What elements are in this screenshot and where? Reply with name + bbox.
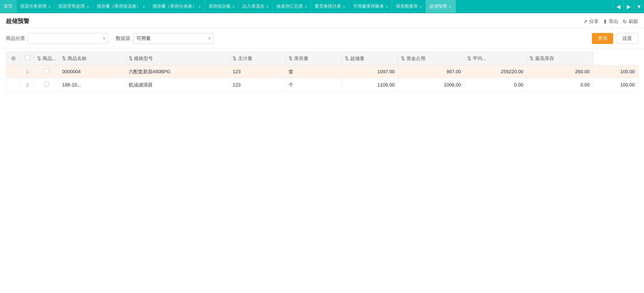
col-product-name-label: ⇅ 商品名称 [62, 56, 87, 61]
category-select[interactable]: ▾ [28, 33, 109, 44]
row-overstock-1: 1006.00 [398, 78, 464, 92]
nav-overstock[interactable]: 超储预警 × [426, 0, 455, 13]
export-button[interactable]: ⬆ 导出 [603, 18, 618, 25]
close-batch[interactable]: × [233, 4, 235, 9]
page-header: 超储预警 ↗ 分享 ⬆ 导出 ↻ 刷新 [0, 13, 644, 29]
nav-summary[interactable]: 收发存汇总表 × [273, 0, 311, 13]
close-pick-task[interactable]: × [48, 4, 51, 9]
nav-expand-btn[interactable]: ▼ [634, 0, 644, 13]
col-checkbox-all[interactable] [21, 52, 34, 65]
row-max-stock-0: 100.00 [593, 65, 638, 78]
gear-icon: ⚙ [11, 55, 16, 62]
close-expiry[interactable]: × [420, 4, 422, 9]
close-req-stat[interactable]: × [343, 4, 345, 9]
row-product-code-0: 0000004 [59, 65, 125, 78]
col-avg-label: ⇅ 平均... [467, 56, 486, 61]
close-stock-status[interactable]: × [143, 4, 145, 9]
col-settings[interactable]: ⚙ [6, 52, 21, 65]
col-max-stock[interactable]: ⇅ 最高库存 [527, 52, 593, 65]
nav-prev-btn[interactable]: ◀ [613, 0, 623, 13]
close-overstock[interactable]: × [449, 4, 451, 9]
row-checkbox-cell-1[interactable] [34, 78, 59, 92]
row-gear-1 [6, 78, 21, 92]
col-spec-label: ⇅ 规格型号 [129, 56, 153, 61]
col-capital[interactable]: ⇅ 资金占用 [398, 52, 464, 65]
col-avg[interactable]: ⇅ 平均... [464, 52, 527, 65]
nav-req-stat[interactable]: 要货单统计表 × [311, 0, 349, 13]
table-header-row: ⚙ ⇅ 商品... ⇅ 商品名称 ⇅ 规格型号 ⇅ 主计量 ⇅ [6, 52, 638, 65]
header-actions: ↗ 分享 ⬆ 导出 ↻ 刷新 [583, 18, 638, 25]
nav-home[interactable]: 首页 [0, 0, 17, 13]
row-capital-1: 0.00 [464, 78, 527, 92]
close-summary[interactable]: × [305, 4, 307, 9]
col-capital-label: ⇅ 资金占用 [401, 56, 425, 61]
close-stock-dist[interactable]: × [198, 4, 201, 9]
row-spec-0: 123 [230, 65, 286, 78]
datasource-filter: 数据源 可用量 ▾ [116, 33, 214, 44]
overstock-table: ⚙ ⇅ 商品... ⇅ 商品名称 ⇅ 规格型号 ⇅ 主计量 ⇅ [6, 52, 638, 92]
filter-actions: 查询 设置 [592, 33, 638, 44]
nav-inout-flow[interactable]: 出入库流水 × [239, 0, 272, 13]
top-navigation: 首页 拣货任务管理 × 拣货异常处理 × 现存量（库存状况表） × 现存量（库存… [0, 0, 644, 13]
export-icon: ⬆ [603, 19, 607, 25]
row-checkbox-cell-0[interactable] [34, 65, 59, 78]
row-avg-0: 260.00 [527, 65, 593, 78]
share-icon: ↗ [583, 19, 588, 25]
row-unit-0: 套 [286, 65, 342, 78]
page-title: 超储预警 [6, 18, 29, 25]
datasource-select[interactable]: 可用量 ▾ [133, 33, 214, 44]
nav-expiry[interactable]: 保质期查询 × [392, 0, 426, 13]
row-stock-0: 1097.00 [342, 65, 398, 78]
category-label: 商品分类 [6, 35, 25, 42]
row-product-name-0: 六配套新昌490BPG [125, 65, 230, 78]
category-chevron-icon: ▾ [103, 36, 105, 41]
col-max-stock-label: ⇅ 最高库存 [530, 56, 554, 61]
row-spec-1: 123 [230, 78, 286, 92]
nav-pick-exception[interactable]: 拣货异常处理 × [55, 0, 93, 13]
row-num-1: 2 [21, 78, 34, 92]
row-num-0: 1 [21, 65, 34, 78]
row-stock-1: 1106.00 [342, 78, 398, 92]
row-product-code-1: 186-10... [59, 78, 125, 92]
close-pick-exception[interactable]: × [87, 4, 89, 9]
datasource-chevron-icon: ▾ [208, 36, 211, 41]
table-row: 10000004六配套新昌490BPG123套1097.00997.002592… [6, 65, 638, 78]
nav-stock-dist[interactable]: 现存量（库存分布表） × [149, 0, 205, 13]
query-button[interactable]: 查询 [592, 33, 613, 44]
nav-arrows: ◀ ▶ ▼ [613, 0, 644, 13]
col-stock[interactable]: ⇅ 库存量 [286, 52, 342, 65]
col-unit[interactable]: ⇅ 主计量 [230, 52, 286, 65]
nav-stock-status[interactable]: 现存量（库存状况表） × [93, 0, 149, 13]
settings-button[interactable]: 设置 [616, 33, 638, 44]
col-overstock-label: ⇅ 超储量 [345, 56, 365, 61]
row-avg-1: 0.00 [527, 78, 593, 92]
row-select-checkbox-1[interactable] [44, 82, 49, 87]
row-product-name-1: 机油滤清器 [125, 78, 230, 92]
col-overstock[interactable]: ⇅ 超储量 [342, 52, 398, 65]
datasource-value: 可用量 [136, 35, 151, 42]
close-available-ledger[interactable]: × [386, 4, 388, 9]
col-unit-label: ⇅ 主计量 [233, 56, 252, 61]
row-overstock-0: 997.00 [398, 65, 464, 78]
col-spec[interactable]: ⇅ 规格型号 [125, 52, 230, 65]
select-all-checkbox[interactable] [25, 55, 30, 60]
col-product-name[interactable]: ⇅ 商品名称 [59, 52, 125, 65]
nav-next-btn[interactable]: ▶ [623, 0, 634, 13]
share-button[interactable]: ↗ 分享 [583, 18, 599, 25]
row-max-stock-1: 100.00 [593, 78, 638, 92]
col-stock-label: ⇅ 库存量 [289, 56, 308, 61]
nav-batch[interactable]: 库存批次账 × [205, 0, 239, 13]
close-inout-flow[interactable]: × [266, 4, 268, 9]
col-product-code[interactable]: ⇅ 商品... [34, 52, 59, 65]
row-gear-0 [6, 65, 21, 78]
row-capital-0: 259220.00 [464, 65, 527, 78]
row-unit-1: 个 [286, 78, 342, 92]
datasource-label: 数据源 [116, 35, 130, 42]
table-container: ⚙ ⇅ 商品... ⇅ 商品名称 ⇅ 规格型号 ⇅ 主计量 ⇅ [0, 52, 644, 92]
row-select-checkbox-0[interactable] [44, 68, 49, 74]
nav-available-ledger[interactable]: 可用量库存账本 × [350, 0, 392, 13]
nav-pick-task[interactable]: 拣货任务管理 × [17, 0, 55, 13]
refresh-button[interactable]: ↻ 刷新 [623, 18, 638, 25]
refresh-icon: ↻ [623, 19, 627, 25]
col-product-code-label: ⇅ 商品... [37, 56, 56, 61]
